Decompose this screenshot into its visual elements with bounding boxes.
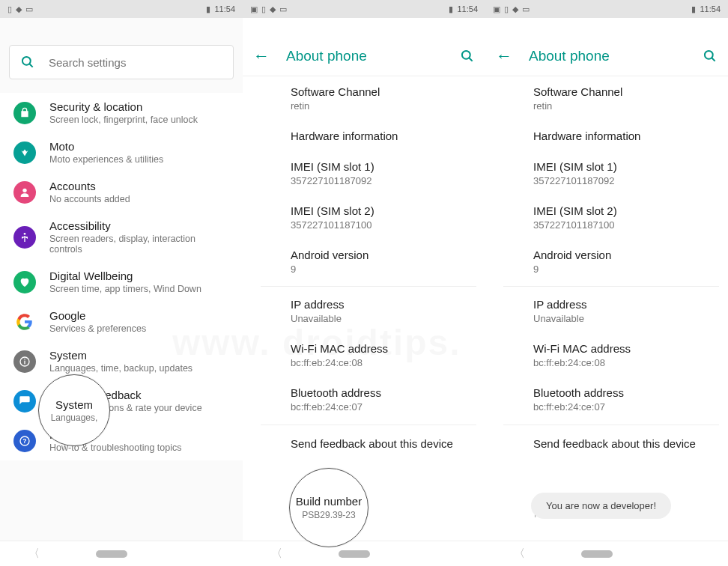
settings-item-icon: ?	[13, 430, 36, 452]
sim-icon: ▯	[7, 4, 12, 14]
settings-item-subtitle: Screen readers, display, interaction con…	[49, 234, 231, 255]
back-arrow-icon[interactable]: ←	[496, 46, 512, 66]
about-item-send-feedback-about-this-device[interactable]: Send feedback about this device	[533, 428, 719, 459]
settings-item-icon	[13, 142, 36, 164]
svg-rect-7	[24, 359, 25, 359]
settings-item-help[interactable]: ?HelpHow-to & troubleshooting topics	[0, 421, 243, 460]
settings-item-security-location[interactable]: Security & locationScreen lock, fingerpr…	[0, 93, 243, 133]
about-item-value: 9	[291, 264, 476, 275]
about-item-bluetooth-address[interactable]: Bluetooth addressbc:ff:eb:24:ce:07	[291, 377, 476, 422]
shield-icon: ◆	[16, 4, 22, 14]
settings-item-icon	[13, 390, 36, 413]
nav-home-pill[interactable]	[96, 550, 127, 558]
settings-item-title: System	[49, 349, 192, 362]
status-bar: ▣ ▯ ◆ ▭ ▮ 11:54	[243, 0, 485, 18]
about-item-label: Bluetooth address	[291, 386, 476, 399]
settings-item-moto[interactable]: MotoMoto experiences & utilities	[0, 133, 243, 172]
about-panel-1: ▣ ▯ ◆ ▭ ▮ 11:54 ← About phone Software C…	[243, 0, 485, 566]
svg-line-11	[470, 58, 473, 61]
shield-icon: ◆	[512, 4, 518, 14]
settings-item-subtitle: Screen time, app timers, Wind Down	[49, 284, 201, 294]
about-item-label: Wi-Fi MAC address	[291, 342, 476, 355]
about-header: ← About phone	[485, 36, 728, 76]
svg-point-0	[22, 57, 31, 65]
settings-item-title: Google	[49, 309, 146, 322]
about-item-value: 357227101187100	[533, 219, 719, 231]
about-header: ← About phone	[243, 36, 485, 76]
about-item-imei-sim-slot-1-[interactable]: IMEI (SIM slot 1)357227101187092	[291, 151, 476, 195]
settings-item-icon	[13, 350, 36, 373]
about-item-imei-sim-slot-2-[interactable]: IMEI (SIM slot 2)357227101187100	[291, 195, 476, 240]
battery-icon: ▮	[206, 4, 210, 14]
highlight-build: Build number PSB29.39-23	[289, 468, 368, 547]
settings-item-google[interactable]: GoogleServices & preferences	[0, 302, 243, 341]
about-item-wi-fi-mac-address[interactable]: Wi-Fi MAC addressbc:ff:eb:24:ce:08	[291, 333, 476, 377]
about-item-software-channel[interactable]: Software Channelretin	[533, 76, 719, 121]
about-item-label: Android version	[533, 249, 719, 261]
nav-home-pill[interactable]	[581, 550, 613, 558]
about-item-send-feedback-about-this-device[interactable]: Send feedback about this device	[291, 428, 476, 459]
battery-icon: ▮	[691, 4, 696, 14]
about-item-label: Hardware information	[291, 130, 476, 142]
status-bar: ▣ ▯ ◆ ▭ ▮ 11:54	[485, 0, 728, 18]
settings-item-icon	[13, 181, 36, 204]
about-item-label: Bluetooth address	[533, 386, 719, 399]
settings-item-subtitle: Languages, time, backup, updates	[49, 363, 192, 374]
page-title: About phone	[286, 48, 443, 64]
about-item-android-version[interactable]: Android version9	[533, 240, 719, 284]
nav-back-icon[interactable]: 〈	[271, 547, 282, 561]
about-item-software-channel[interactable]: Software Channelretin	[291, 76, 476, 121]
about-item-label: IMEI (SIM slot 2)	[533, 204, 719, 217]
about-item-value: 357227101187100	[291, 219, 476, 231]
settings-item-system[interactable]: SystemLanguages, time, backup, updates	[0, 341, 243, 381]
sim-icon: ▯	[261, 4, 266, 14]
about-item-value: bc:ff:eb:24:ce:08	[533, 357, 719, 368]
svg-text:?: ?	[22, 437, 26, 445]
settings-item-icon	[13, 271, 36, 293]
highlight-system: System Languages,	[38, 374, 110, 446]
page-title: About phone	[529, 48, 686, 64]
nav-bar: 〈	[485, 541, 728, 566]
status-time: 11:54	[700, 4, 721, 13]
search-icon[interactable]	[460, 49, 475, 64]
nav-home-pill[interactable]	[339, 550, 370, 558]
about-item-imei-sim-slot-1-[interactable]: IMEI (SIM slot 1)357227101187092	[533, 151, 719, 195]
about-item-hardware-information[interactable]: Hardware information	[533, 121, 719, 151]
settings-item-digital-wellbeing[interactable]: Digital WellbeingScreen time, app timers…	[0, 262, 243, 302]
settings-item-title: Accessibility	[49, 219, 231, 232]
nav-back-icon[interactable]: 〈	[514, 547, 525, 561]
search-settings-box[interactable]: Search settings	[9, 45, 234, 79]
search-placeholder: Search settings	[49, 56, 126, 69]
svg-line-1	[30, 64, 33, 67]
battery-icon: ▮	[449, 4, 453, 14]
status-bar: ▯ ◆ ▭ ▮ 11:54	[0, 0, 243, 18]
about-item-value: retin	[533, 100, 719, 112]
nav-bar: 〈	[243, 541, 485, 566]
about-item-label: IP address	[291, 298, 476, 311]
about-item-bluetooth-address[interactable]: Bluetooth addressbc:ff:eb:24:ce:07	[533, 377, 719, 422]
about-item-label: Software Channel	[533, 85, 719, 98]
settings-list: Security & locationScreen lock, fingerpr…	[0, 93, 243, 460]
about-item-value: bc:ff:eb:24:ce:07	[533, 401, 719, 413]
about-item-label: IMEI (SIM slot 1)	[291, 160, 476, 173]
search-icon	[20, 55, 35, 70]
status-time: 11:54	[214, 4, 235, 13]
settings-item-accessibility[interactable]: AccessibilityScreen readers, display, in…	[0, 212, 243, 262]
about-item-ip-address[interactable]: IP addressUnavailable	[533, 289, 719, 333]
about-item-ip-address[interactable]: IP addressUnavailable	[291, 289, 476, 333]
about-item-value: 357227101187092	[533, 175, 719, 186]
about-item-android-version[interactable]: Android version9	[291, 240, 476, 284]
settings-item-rating-feedback[interactable]: Rating & feedbackSend suggestions & rate…	[0, 381, 243, 421]
about-item-hardware-information[interactable]: Hardware information	[291, 121, 476, 151]
about-item-label: IMEI (SIM slot 1)	[533, 160, 719, 173]
about-item-imei-sim-slot-2-[interactable]: IMEI (SIM slot 2)357227101187100	[533, 195, 719, 240]
about-item-label: Send feedback about this device	[533, 437, 719, 450]
nav-back-icon[interactable]: 〈	[28, 547, 40, 561]
svg-point-3	[22, 188, 26, 192]
settings-item-accounts[interactable]: AccountsNo accounts added	[0, 172, 243, 212]
about-item-value: retin	[291, 100, 476, 112]
search-icon[interactable]	[703, 49, 718, 64]
settings-item-subtitle: Services & preferences	[49, 323, 146, 334]
about-item-wi-fi-mac-address[interactable]: Wi-Fi MAC addressbc:ff:eb:24:ce:08	[533, 333, 719, 377]
back-arrow-icon[interactable]: ←	[253, 46, 270, 66]
